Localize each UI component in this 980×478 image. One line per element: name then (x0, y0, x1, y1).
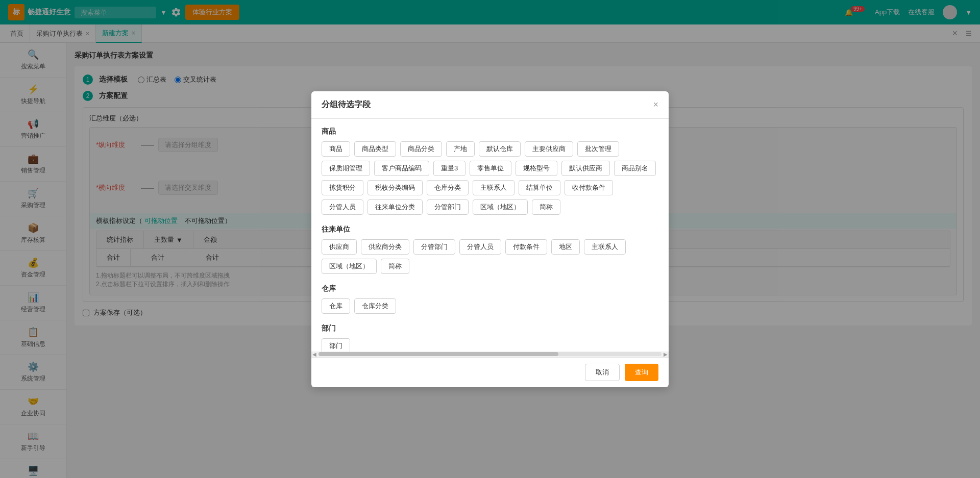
field-pay-terms[interactable]: 付款条件 (505, 239, 547, 255)
field-main-contact[interactable]: 主联系人 (473, 180, 514, 195)
field-tax-code[interactable]: 税收分类编码 (368, 180, 423, 195)
field-short-name2[interactable]: 简称 (381, 259, 409, 274)
field-default-supplier[interactable]: 默认供应商 (561, 161, 610, 176)
confirm-button[interactable]: 查询 (625, 364, 658, 381)
warehouse-fields: 仓库 仓库分类 (322, 298, 658, 314)
field-origin[interactable]: 产地 (446, 141, 475, 157)
field-default-warehouse[interactable]: 默认仓库 (479, 141, 521, 157)
modal-body: 商品 商品 商品类型 商品分类 产地 默认仓库 主要供应商 批次管理 保质期管理… (311, 119, 669, 351)
field-warehouse-cat2[interactable]: 仓库分类 (354, 298, 396, 314)
field-short-name[interactable]: 简称 (532, 199, 560, 215)
field-main-contact2[interactable]: 主联系人 (584, 239, 626, 255)
field-main-supplier[interactable]: 主要供应商 (525, 141, 573, 157)
field-region2[interactable]: 区域（地区） (322, 259, 377, 274)
field-mgmt-dept[interactable]: 分管部门 (427, 199, 469, 215)
field-pick-points[interactable]: 拣货积分 (322, 180, 363, 195)
field-dept[interactable]: 部门 (322, 338, 350, 351)
modal-close-btn[interactable]: × (653, 99, 658, 110)
field-weight[interactable]: 重量3 (433, 161, 465, 176)
field-warehouse-cat[interactable]: 仓库分类 (427, 180, 469, 195)
modal-header: 分组待选字段 × (311, 91, 669, 119)
scroll-thumb (318, 352, 558, 356)
field-region[interactable]: 区域（地区） (473, 199, 528, 215)
field-partner-cat[interactable]: 往来单位分类 (368, 199, 423, 215)
section-goods-title: 商品 (322, 127, 658, 136)
modal-title: 分组待选字段 (322, 99, 371, 110)
field-supplier-cat[interactable]: 供应商分类 (361, 239, 409, 255)
field-payment-terms[interactable]: 收付款条件 (565, 180, 613, 195)
field-goods-type[interactable]: 商品类型 (354, 141, 396, 157)
field-area[interactable]: 地区 (551, 239, 580, 255)
field-supplier[interactable]: 供应商 (322, 239, 357, 255)
field-manager[interactable]: 分管人员 (322, 199, 363, 215)
section-dept-title: 部门 (322, 324, 658, 333)
field-shelf-life[interactable]: 保质期管理 (322, 161, 370, 176)
field-goods[interactable]: 商品 (322, 141, 350, 157)
field-select-modal: 分组待选字段 × 商品 商品 商品类型 商品分类 产地 默认仓库 主要供应商 批… (311, 91, 669, 387)
field-partner-dept[interactable]: 分管部门 (413, 239, 455, 255)
section-dept: 部门 部门 (322, 324, 658, 351)
cancel-button[interactable]: 取消 (585, 364, 620, 381)
goods-fields: 商品 商品类型 商品分类 产地 默认仓库 主要供应商 批次管理 保质期管理 客户… (322, 141, 658, 215)
modal-footer: 取消 查询 (311, 357, 669, 387)
dept-fields: 部门 (322, 338, 658, 351)
field-customer-code[interactable]: 客户商品编码 (374, 161, 429, 176)
field-spec-model[interactable]: 规格型号 (516, 161, 557, 176)
section-warehouse: 仓库 仓库 仓库分类 (322, 284, 658, 314)
field-goods-alias[interactable]: 商品别名 (614, 161, 656, 176)
section-warehouse-title: 仓库 (322, 284, 658, 293)
scroll-right-arrow[interactable]: ▶ (664, 351, 668, 357)
scroll-left-arrow[interactable]: ◀ (312, 351, 316, 357)
field-goods-cat[interactable]: 商品分类 (400, 141, 442, 157)
field-warehouse[interactable]: 仓库 (322, 298, 350, 314)
field-partner-mgr[interactable]: 分管人员 (459, 239, 501, 255)
modal-overlay: 分组待选字段 × 商品 商品 商品类型 商品分类 产地 默认仓库 主要供应商 批… (0, 0, 980, 478)
field-retail-unit[interactable]: 零售单位 (470, 161, 511, 176)
section-partner-title: 往来单位 (322, 225, 658, 234)
section-partner: 往来单位 供应商 供应商分类 分管部门 分管人员 付款条件 地区 主联系人 区域… (322, 225, 658, 274)
section-goods: 商品 商品 商品类型 商品分类 产地 默认仓库 主要供应商 批次管理 保质期管理… (322, 127, 658, 215)
field-settle-unit[interactable]: 结算单位 (519, 180, 560, 195)
field-batch-mgmt[interactable]: 批次管理 (577, 141, 619, 157)
scroll-track (318, 352, 662, 356)
partner-fields: 供应商 供应商分类 分管部门 分管人员 付款条件 地区 主联系人 区域（地区） … (322, 239, 658, 274)
modal-hscrollbar[interactable]: ◀ ▶ (311, 351, 669, 357)
